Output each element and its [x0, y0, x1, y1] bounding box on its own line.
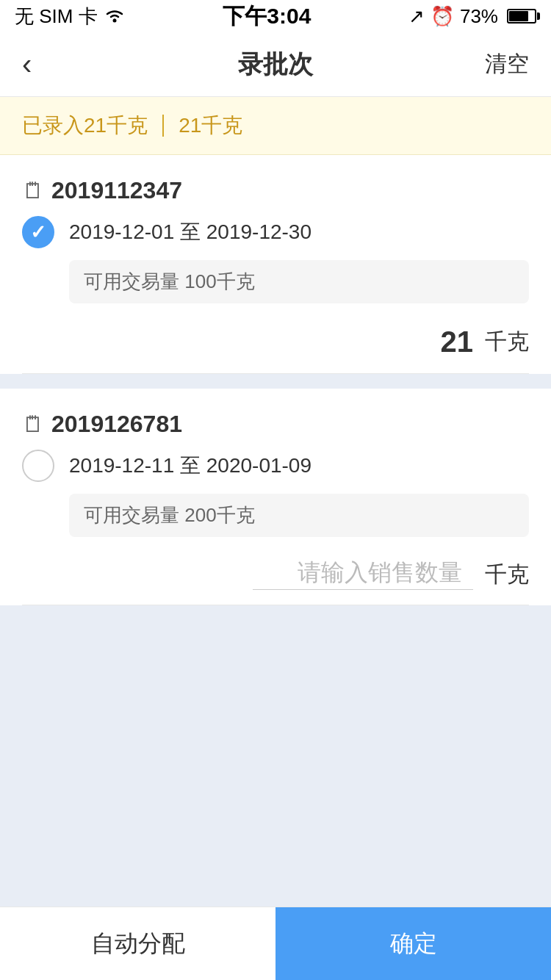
- batch2-qty-input[interactable]: [253, 559, 473, 586]
- batch1-radio[interactable]: [22, 216, 54, 248]
- recorded-weight: 已录入21千克: [22, 112, 148, 140]
- batch2-avail: 可用交易量 200千克: [69, 494, 529, 537]
- batch2-id: 2019126781: [51, 411, 182, 438]
- batch2-input-wrapper[interactable]: [253, 559, 473, 590]
- batch2-date: 2019-12-11 至 2020-01-09: [69, 452, 311, 480]
- footer: 自动分配 确定: [0, 907, 551, 980]
- status-time: 下午3:04: [223, 1, 311, 32]
- clock-icon: ⏰: [431, 5, 454, 28]
- status-right: ↗ ⏰ 73%: [408, 5, 536, 28]
- batch2-qty-unit: 千克: [485, 560, 529, 590]
- batch2-input-row[interactable]: 千克: [22, 552, 529, 605]
- batch1-date-row[interactable]: 2019-12-01 至 2019-12-30: [22, 216, 529, 248]
- clear-button[interactable]: 清空: [485, 49, 529, 79]
- batch2-icon: 🗒: [22, 412, 44, 437]
- location-icon: ↗: [408, 5, 425, 28]
- status-bar: 无 SIM 卡 下午3:04 ↗ ⏰ 73%: [0, 0, 551, 32]
- batch2-header: 🗒 2019126781: [22, 411, 529, 438]
- batch-item-1: 🗒 2019112347 2019-12-01 至 2019-12-30 可用交…: [0, 155, 551, 374]
- batch-item-2: 🗒 2019126781 2019-12-11 至 2020-01-09 可用交…: [0, 389, 551, 605]
- batch1-avail: 可用交易量 100千克: [69, 260, 529, 303]
- sim-label: 无 SIM 卡: [15, 4, 98, 29]
- batch1-qty-unit: 千克: [485, 327, 529, 357]
- wifi-icon: [104, 5, 126, 28]
- batch2-date-row[interactable]: 2019-12-11 至 2020-01-09: [22, 450, 529, 482]
- battery-percent: 73%: [460, 5, 498, 28]
- page-title: 录批次: [238, 48, 313, 82]
- batch1-qty-value: 21: [441, 325, 474, 359]
- battery-icon: [507, 9, 536, 24]
- info-banner: 已录入21千克 21千克: [0, 97, 551, 155]
- status-left: 无 SIM 卡: [15, 4, 126, 29]
- section-separator: [0, 374, 551, 389]
- batch1-date: 2019-12-01 至 2019-12-30: [69, 218, 311, 246]
- batch1-qty-row: 21 千克: [22, 318, 529, 374]
- batch1-id: 2019112347: [51, 177, 182, 204]
- confirm-button[interactable]: 确定: [276, 907, 551, 980]
- auto-distribute-button[interactable]: 自动分配: [0, 907, 276, 980]
- total-weight: 21千克: [179, 112, 242, 140]
- batch2-radio[interactable]: [22, 450, 54, 482]
- back-button[interactable]: ‹: [22, 48, 66, 81]
- info-divider: [162, 115, 164, 137]
- batch1-header: 🗒 2019112347: [22, 177, 529, 204]
- nav-bar: ‹ 录批次 清空: [0, 32, 551, 97]
- batch1-icon: 🗒: [22, 179, 44, 203]
- svg-point-0: [112, 18, 116, 22]
